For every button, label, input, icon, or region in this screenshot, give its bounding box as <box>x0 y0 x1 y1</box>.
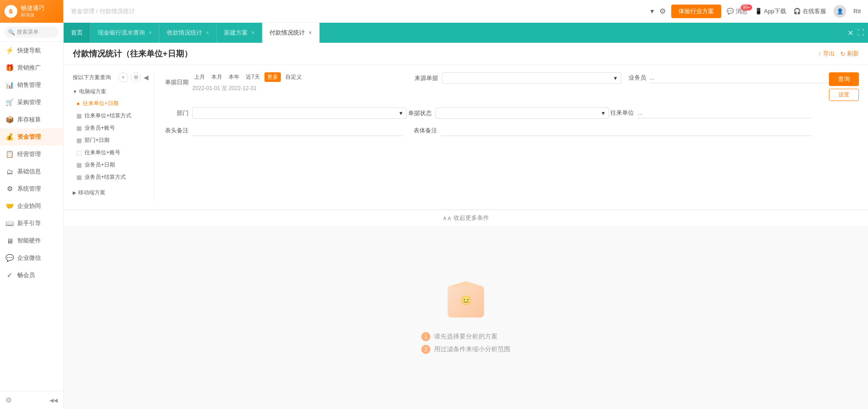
mobile-group-label: 移动端方案 <box>78 189 105 197</box>
tab-payment[interactable]: 付款情况统计 × <box>262 23 319 43</box>
sidebar-item-label: 企业微信 <box>17 254 41 262</box>
date-tab-last-month[interactable]: 上月 <box>192 72 207 82</box>
sidebar-item-basic[interactable]: 🗂 基础信息 <box>0 163 63 180</box>
refresh-btn[interactable]: ↻ 刷新 <box>840 50 859 58</box>
online-service-btn[interactable]: 🎧 在线客服 <box>793 7 826 15</box>
partner-input[interactable] <box>638 107 812 118</box>
scheme-add-btn[interactable]: + <box>118 72 128 82</box>
date-tab-this-year[interactable]: 本年 <box>227 72 241 82</box>
body-note-label: 表体备注 <box>412 126 437 135</box>
tab-payment-close[interactable]: × <box>309 30 312 36</box>
scheme-item-unit-settle[interactable]: ▦ 往来单位+结算方式 <box>73 110 149 122</box>
scheme-settings-btn[interactable]: ⚙ <box>131 72 141 82</box>
sidebar-item-collab[interactable]: 🤝 企业协同 <box>0 197 63 215</box>
staff-input[interactable] <box>650 72 829 83</box>
search-input[interactable]: 🔍 搜索菜单 <box>5 26 59 38</box>
logo-text: 畅捷通巧 标准版 <box>21 5 45 18</box>
basic-icon: 🗂 <box>5 167 14 176</box>
scheme-collapse-btn[interactable]: ◀ <box>144 74 149 81</box>
dept-select[interactable]: ▾ <box>192 107 407 119</box>
sidebar-item-label: 快捷导航 <box>17 46 41 55</box>
empty-hint-2: 2 用过滤条件来缩小分析范围 <box>421 345 510 354</box>
tab-fullscreen-btn[interactable]: ⛶ <box>857 29 864 37</box>
export-btn[interactable]: ↑ 导出 <box>818 50 835 58</box>
scheme-item-icon: ▦ <box>76 112 82 119</box>
scheme-item-staff-account[interactable]: ▦ 业务员+账号 <box>73 122 149 134</box>
sidebar-item-finance[interactable]: 💰 资金管理 <box>0 128 63 146</box>
date-tab-custom[interactable]: 自定义 <box>284 72 304 82</box>
sidebar-item-vip[interactable]: ✓ 畅会员 <box>0 267 63 284</box>
topbar: 资金管理 / 付款情况统计 ▾ ⚙ 体验行业方案 💬 消息 99+ 📱 App下… <box>64 0 868 23</box>
header-note-input[interactable] <box>192 125 403 136</box>
scheme-group-pc-title[interactable]: ▼ 电脑端方案 <box>73 86 149 97</box>
empty-illustration: 😐 <box>439 281 493 327</box>
sidebar-item-weixin[interactable]: 💬 企业微信 <box>0 249 63 267</box>
app-download-btn[interactable]: 📱 App下载 <box>755 7 786 15</box>
date-tab-7days[interactable]: 近7天 <box>244 72 262 82</box>
scheme-item-staff-date[interactable]: ▦ 业务员+日期 <box>73 159 149 171</box>
tab-receipt[interactable]: 收款情况统计 × <box>160 23 217 43</box>
sidebar-item-guide[interactable]: 📖 新手引导 <box>0 215 63 232</box>
date-range: 2022-01-01 至 2022-12-31 <box>192 85 413 92</box>
collab-icon: 🤝 <box>5 202 14 210</box>
tab-new-plan[interactable]: 新建方案 × <box>217 23 262 43</box>
scheme-item-icon: ▦ <box>76 174 82 181</box>
scheme-item-label: 往来单位+账号 <box>85 149 120 157</box>
sidebar-item-marketing[interactable]: 🎁 营销推广 <box>0 59 63 76</box>
source-select[interactable]: ▾ <box>442 72 621 84</box>
vip-icon: ✓ <box>5 271 14 279</box>
scheme-item-staff-settle[interactable]: ▦ 业务员+结算方式 <box>73 171 149 183</box>
username[interactable]: Rit <box>853 8 861 15</box>
settings-icon[interactable]: ⚙ <box>659 7 666 15</box>
sidebar-item-hardware[interactable]: 🖥 智能硬件 <box>0 232 63 249</box>
marketing-icon: 🎁 <box>5 64 14 72</box>
scheme-item-unit-account[interactable]: ⬚ 往来单位+账号 <box>73 146 149 159</box>
breadcrumb-dropdown[interactable]: ▾ <box>650 7 654 15</box>
sidebar-item-purchase[interactable]: 🛒 采购管理 <box>0 94 63 111</box>
sidebar-item-quick-nav[interactable]: ⚡ 快捷导航 <box>0 42 63 59</box>
sidebar-item-sales[interactable]: 📊 销售管理 <box>0 76 63 94</box>
body-note-input[interactable] <box>441 125 812 136</box>
tab-home[interactable]: 首页 <box>64 23 90 43</box>
date-tab-this-month[interactable]: 本月 <box>210 72 224 82</box>
tab-receipt-label: 收款情况统计 <box>167 29 202 37</box>
tab-close-all-btn[interactable]: ✕ <box>848 29 853 37</box>
sidebar-item-label: 畅会员 <box>17 271 35 279</box>
doc-status-select[interactable]: ▾ <box>435 107 609 119</box>
sidebar-settings-btn[interactable]: ⚙ <box>5 396 12 404</box>
avatar[interactable]: 👤 <box>833 5 846 18</box>
sidebar-item-system[interactable]: ⚙ 系统管理 <box>0 180 63 197</box>
doc-status-dropdown-icon: ▾ <box>602 110 605 116</box>
body-note-field: 表体备注 <box>412 125 812 136</box>
collapse-icon: ∧∧ <box>443 215 452 222</box>
sidebar-item-label: 系统管理 <box>17 185 41 193</box>
sidebar-item-operation[interactable]: 📋 经营管理 <box>0 146 63 163</box>
staff-label: 业务员 <box>621 74 646 82</box>
scheme-group-mobile-title[interactable]: ▶ 移动端方案 <box>73 187 149 198</box>
search-icon: 🔍 <box>8 29 15 35</box>
tab-bank-close[interactable]: × <box>149 30 152 36</box>
empty-box: 😐 <box>448 286 484 318</box>
collapse-more-btn[interactable]: ∧∧ 收起更多条件 <box>64 210 868 226</box>
scheme-item-unit-date[interactable]: ● 往来单位+日期 <box>73 97 149 110</box>
scheme-panel-actions: + ⚙ ◀ <box>118 72 149 82</box>
date-tab-more[interactable]: 更多 <box>264 72 281 82</box>
header-note-field: 表头备注 <box>164 125 403 136</box>
tab-new-plan-close[interactable]: × <box>251 30 254 36</box>
tab-receipt-close[interactable]: × <box>206 30 209 36</box>
message-btn[interactable]: 💬 消息 99+ <box>727 7 748 15</box>
scheme-item-dept-date[interactable]: ▦ 部门+日期 <box>73 134 149 146</box>
pc-group-arrow: ▼ <box>73 89 77 94</box>
sidebar-collapse-btn[interactable]: ◀◀ <box>50 397 58 404</box>
purchase-icon: 🛒 <box>5 98 14 106</box>
trial-btn[interactable]: 体验行业方案 <box>671 5 721 18</box>
filter-settings-btn[interactable]: 设置 <box>829 89 859 101</box>
empty-texts: 1 请先选择要分析的方案 2 用过滤条件来缩小分析范围 <box>421 332 510 354</box>
sidebar-item-inventory[interactable]: 📦 库存核算 <box>0 111 63 128</box>
scheme-item-label: 业务员+结算方式 <box>85 173 126 181</box>
query-btn[interactable]: 查询 <box>829 72 859 86</box>
tab-new-plan-label: 新建方案 <box>224 29 248 37</box>
inventory-icon: 📦 <box>5 116 14 124</box>
tab-bank[interactable]: 现金银行流水查询 × <box>90 23 160 43</box>
main-area: 资金管理 / 付款情况统计 ▾ ⚙ 体验行业方案 💬 消息 99+ 📱 App下… <box>64 0 868 409</box>
